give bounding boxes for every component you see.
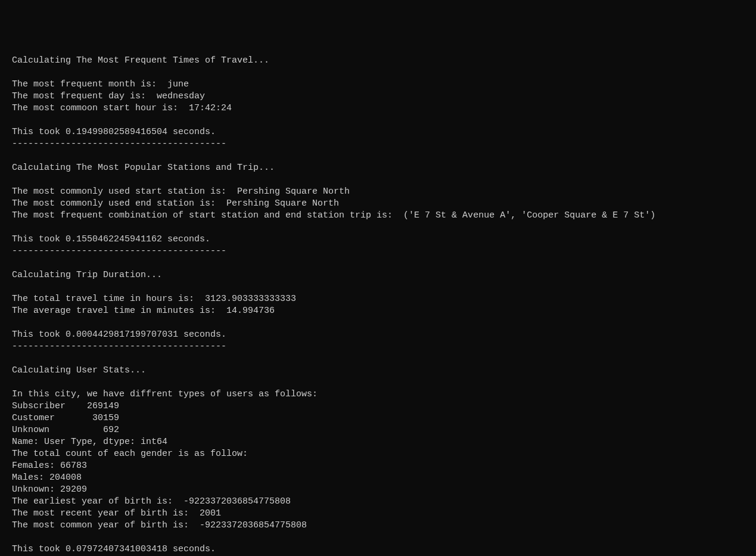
output-line: The most commonly used end station is: P… bbox=[12, 198, 744, 210]
section-header: Calculating User Stats... bbox=[12, 365, 744, 377]
blank-line bbox=[12, 281, 744, 293]
output-line: Name: User Type, dtype: int64 bbox=[12, 436, 744, 448]
output-line: Males: 204008 bbox=[12, 472, 744, 484]
terminal-output[interactable]: Calculating The Most Frequent Times of T… bbox=[12, 55, 744, 556]
blank-line bbox=[12, 67, 744, 79]
timing-line: This took 0.1550462245941162 seconds. bbox=[12, 234, 744, 246]
divider-line: ---------------------------------------- bbox=[12, 138, 744, 150]
blank-line bbox=[12, 114, 744, 126]
output-line: In this city, we have diffrent types of … bbox=[12, 389, 744, 400]
section-header: Calculating Trip Duration... bbox=[12, 269, 744, 281]
timing-line: This took 0.07972407341003418 seconds. bbox=[12, 543, 744, 555]
timing-line: This took 0.0004429817199707031 seconds. bbox=[12, 329, 744, 341]
output-line: The most common year of birth is: -92233… bbox=[12, 520, 744, 532]
section-header: Calculating The Most Frequent Times of T… bbox=[12, 55, 744, 67]
output-line: Customer 30159 bbox=[12, 412, 744, 424]
output-line: Unknown 692 bbox=[12, 424, 744, 436]
section-header: Calculating The Most Popular Stations an… bbox=[12, 162, 744, 174]
blank-line bbox=[12, 377, 744, 389]
output-line: The earliest year of birth is: -92233720… bbox=[12, 496, 744, 508]
output-line: The most frequent combination of start s… bbox=[12, 210, 744, 222]
blank-line bbox=[12, 317, 744, 329]
timing-line: This took 0.19499802589416504 seconds. bbox=[12, 126, 744, 138]
output-line: Subscriber 269149 bbox=[12, 400, 744, 412]
output-line: The most frequent month is: june bbox=[12, 79, 744, 91]
output-line: The total count of each gender is as fol… bbox=[12, 448, 744, 460]
output-line: The most commoon start hour is: 17:42:24 bbox=[12, 102, 744, 114]
divider-line: ---------------------------------------- bbox=[12, 341, 744, 353]
divider-line: ---------------------------------------- bbox=[12, 246, 744, 257]
output-line: Unknown: 29209 bbox=[12, 484, 744, 496]
output-line: The most commonly used start station is:… bbox=[12, 186, 744, 198]
blank-line bbox=[12, 174, 744, 186]
output-line: The total travel time in hours is: 3123.… bbox=[12, 293, 744, 305]
blank-line bbox=[12, 532, 744, 543]
blank-line bbox=[12, 222, 744, 234]
output-line: Females: 66783 bbox=[12, 460, 744, 472]
output-line: The most frequent day is: wednesday bbox=[12, 91, 744, 102]
blank-line bbox=[12, 150, 744, 162]
blank-line bbox=[12, 257, 744, 269]
output-line: The most recent year of birth is: 2001 bbox=[12, 508, 744, 520]
output-line: The average travel time in minutes is: 1… bbox=[12, 305, 744, 317]
blank-line bbox=[12, 353, 744, 365]
